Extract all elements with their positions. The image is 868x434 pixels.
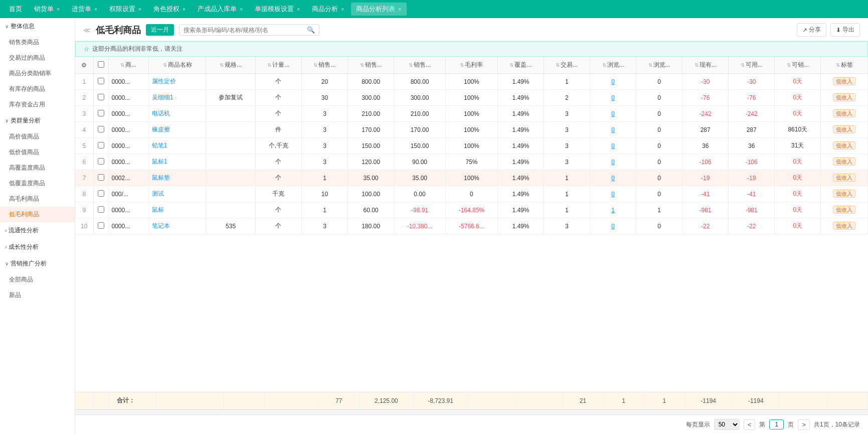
nav-analysis-list-close[interactable]: × [398, 6, 401, 12]
row-checkbox[interactable] [93, 90, 108, 106]
row-view1[interactable]: 1 [590, 202, 636, 218]
per-page-select[interactable]: 50 100 200 [714, 419, 740, 430]
row-select-checkbox[interactable] [98, 190, 104, 197]
nav-roles-close[interactable]: × [183, 6, 186, 12]
nav-products[interactable]: 产成品入库单 × [193, 3, 248, 16]
nav-analysis[interactable]: 商品分析 × [307, 3, 349, 16]
sidebar-item-high-margin[interactable]: 高毛利商品 [0, 191, 75, 207]
row-checkbox[interactable] [93, 122, 108, 138]
row-select-checkbox[interactable] [98, 94, 104, 100]
row-checkbox[interactable] [93, 106, 108, 122]
row-select-checkbox[interactable] [98, 142, 104, 149]
filter-recent-month[interactable]: 近一月 [146, 24, 174, 36]
row-checkbox[interactable] [93, 170, 108, 186]
nav-analysis-close[interactable]: × [341, 6, 344, 12]
row-checkbox[interactable] [93, 74, 108, 90]
col-coverage: ⇅覆盖... [497, 57, 544, 74]
select-all-checkbox[interactable] [98, 61, 104, 68]
row-view1[interactable]: 0 [590, 218, 636, 234]
nav-home[interactable]: 首页 [4, 3, 27, 16]
sidebar-item-category-rate[interactable]: 商品分类助销率 [0, 66, 75, 81]
nav-sales-close[interactable]: × [57, 6, 60, 12]
table-row: 3 0000... 电话机 个 3 210.00 210.00 100% 1.4… [75, 106, 868, 122]
nav-permissions[interactable]: 权限设置 × [104, 3, 146, 16]
nav-templates[interactable]: 单据模板设置 × [250, 3, 305, 16]
row-name[interactable]: 铅笔1 [148, 138, 206, 154]
nav-permissions-close[interactable]: × [138, 6, 141, 12]
search-container: 🔍 [179, 24, 319, 36]
row-name[interactable]: 鼠标 [148, 202, 206, 218]
row-code: 0000... [108, 106, 148, 122]
row-view1[interactable]: 0 [590, 186, 636, 202]
row-name[interactable]: 笔记本 [148, 218, 206, 234]
row-checkbox[interactable] [93, 154, 108, 170]
nav-templates-close[interactable]: × [297, 6, 300, 12]
nav-purchase-close[interactable]: × [94, 6, 97, 12]
sidebar-item-low-margin[interactable]: 低毛利商品 [0, 207, 75, 222]
row-unit: 个,千克 [255, 138, 301, 154]
sidebar-group-circulation[interactable]: › 流通性分析 [0, 222, 75, 239]
row-view1[interactable]: 0 [590, 90, 636, 106]
row-select-checkbox[interactable] [98, 158, 104, 165]
sidebar-item-traded-goods[interactable]: 交易过的商品 [0, 50, 75, 66]
row-checkbox[interactable] [93, 138, 108, 154]
sidebar-item-capital[interactable]: 库存资金占用 [0, 97, 75, 112]
share-button[interactable]: ↗ 分享 [797, 23, 826, 37]
row-checkbox[interactable] [93, 218, 108, 234]
sidebar-item-all-goods[interactable]: 全部商品 [0, 272, 75, 287]
row-view1[interactable]: 0 [590, 170, 636, 186]
sidebar-collapse-btn[interactable]: ≪ [83, 26, 91, 34]
row-checkbox[interactable] [93, 202, 108, 218]
row-saleable: 0天 [775, 186, 821, 202]
row-name[interactable]: 鼠标垫 [148, 170, 206, 186]
col-spec: ⇅规格... [206, 57, 255, 74]
nav-roles[interactable]: 角色授权 × [148, 3, 191, 16]
tag-badge: 低收入 [833, 190, 855, 198]
col-settings[interactable]: ⚙ [75, 57, 93, 74]
sidebar-item-new-goods[interactable]: 新品 [0, 287, 75, 303]
nav-sales[interactable]: 销货单 × [29, 3, 65, 16]
row-select-checkbox[interactable] [98, 110, 104, 116]
row-name[interactable]: 鼠标1 [148, 154, 206, 170]
nav-purchase[interactable]: 进货单 × [67, 3, 102, 16]
sidebar-item-high-value[interactable]: 高价值商品 [0, 129, 75, 144]
nav-analysis-list[interactable]: 商品分析列表 × [351, 3, 406, 16]
row-name[interactable]: 橡皮擦 [148, 122, 206, 138]
row-view1[interactable]: 0 [590, 154, 636, 170]
next-page-btn[interactable]: > [798, 419, 810, 430]
prev-page-btn[interactable]: < [744, 419, 756, 430]
row-name[interactable]: 属性定价 [148, 74, 206, 90]
row-saleable: 8610天 [775, 122, 821, 138]
row-select-checkbox[interactable] [98, 206, 104, 213]
row-view1[interactable]: 0 [590, 138, 636, 154]
sidebar-group-cluster[interactable]: ∨ 类群量分析 [0, 112, 75, 129]
row-sale-amount: 35.00 [394, 170, 446, 186]
export-button[interactable]: ⬇ 导出 [830, 23, 860, 37]
sidebar-item-sales-goods[interactable]: 销售类商品 [0, 35, 75, 50]
sidebar-item-high-coverage[interactable]: 高覆盖度商品 [0, 160, 75, 176]
row-select-checkbox[interactable] [98, 78, 104, 84]
row-name[interactable]: 吴细细1 [148, 90, 206, 106]
row-select-checkbox[interactable] [98, 222, 104, 229]
row-name[interactable]: 电话机 [148, 106, 206, 122]
row-name[interactable]: 测试 [148, 186, 206, 202]
nav-products-close[interactable]: × [240, 6, 243, 12]
row-view1[interactable]: 0 [590, 74, 636, 90]
sidebar-item-in-stock[interactable]: 有库存的商品 [0, 81, 75, 97]
row-select-checkbox[interactable] [98, 126, 104, 132]
col-checkbox[interactable] [93, 57, 108, 74]
row-view1[interactable]: 0 [590, 122, 636, 138]
sidebar-group-overall[interactable]: ∨ 整体信息 [0, 18, 75, 35]
sidebar-item-low-value[interactable]: 低价值商品 [0, 144, 75, 160]
row-sale-qty: 1 [301, 202, 348, 218]
sidebar-item-low-coverage[interactable]: 低覆盖度商品 [0, 176, 75, 191]
row-view1[interactable]: 0 [590, 106, 636, 122]
sidebar-group-growth[interactable]: › 成长性分析 [0, 239, 75, 255]
search-input[interactable] [184, 27, 307, 34]
row-gross-margin: 100% [445, 138, 497, 154]
sidebar-group-marketing[interactable]: ∨ 营销推广分析 [0, 255, 75, 272]
search-icon[interactable]: 🔍 [307, 26, 315, 34]
horizontal-scrollbar[interactable] [75, 409, 868, 414]
row-checkbox[interactable] [93, 186, 108, 202]
row-select-checkbox[interactable] [98, 174, 104, 181]
